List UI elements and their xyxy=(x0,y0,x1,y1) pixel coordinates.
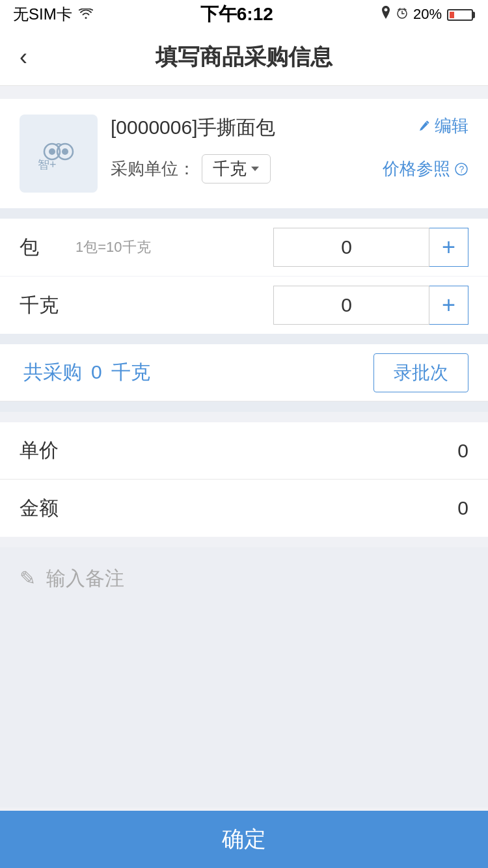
kg-quantity-input[interactable] xyxy=(273,286,429,325)
unit-label: 采购单位： xyxy=(111,157,195,180)
status-left: 无SIM卡 xyxy=(13,4,93,25)
battery-percent: 20% xyxy=(413,6,442,23)
page-header: ‹ 填写商品采购信息 xyxy=(0,29,488,86)
no-sim-text: 无SIM卡 xyxy=(13,4,72,25)
amount-label: 金额 xyxy=(20,495,59,522)
price-section: 单价 0 金额 0 xyxy=(0,422,488,537)
amount-row: 金额 0 xyxy=(0,480,488,537)
divider-1 xyxy=(0,208,488,219)
unit-price-label: 单价 xyxy=(20,437,59,464)
divider-2 xyxy=(0,334,488,344)
confirm-bar[interactable]: 确定 xyxy=(0,811,488,868)
confirm-button[interactable]: 确定 xyxy=(222,824,266,854)
product-name: [0000006]手撕面包 xyxy=(111,115,275,141)
total-row: 共采购0千克 录批次 xyxy=(0,344,488,401)
svg-text:?: ? xyxy=(459,164,465,174)
svg-text:智+: 智+ xyxy=(38,158,57,170)
svg-point-7 xyxy=(49,148,55,155)
batch-button[interactable]: 录批次 xyxy=(373,353,468,392)
unit-price-row: 单价 0 xyxy=(0,422,488,480)
kg-row: 千克 + xyxy=(0,277,488,334)
kg-plus-button[interactable]: + xyxy=(429,286,468,325)
status-time: 下午6:12 xyxy=(200,2,273,27)
bag-label: 包 xyxy=(20,234,72,261)
bag-row: 包 1包=10千克 + xyxy=(0,219,488,276)
page-title: 填写商品采购信息 xyxy=(156,42,332,72)
kg-input-section: 千克 + xyxy=(0,277,488,334)
kg-input-wrapper: + xyxy=(273,286,468,325)
bag-quantity-input[interactable] xyxy=(273,228,429,267)
wifi-icon xyxy=(79,6,93,23)
battery-icon xyxy=(447,6,475,23)
product-image: 智+ xyxy=(20,115,98,193)
remark-section[interactable]: ✎ 输入备注 xyxy=(0,547,488,807)
status-bar: 无SIM卡 下午6:12 20% xyxy=(0,0,488,29)
total-text: 共采购0千克 xyxy=(20,359,154,386)
amount-value: 0 xyxy=(457,497,468,519)
total-amount: 0 xyxy=(91,361,102,383)
location-icon xyxy=(381,6,391,23)
bag-sub-label: 1包=10千克 xyxy=(75,237,151,257)
price-ref-button[interactable]: 价格参照 ? xyxy=(383,157,468,180)
status-right: 20% xyxy=(381,6,475,23)
product-info: [0000006]手撕面包 编辑 采购单位： 千克 价格参照 ? xyxy=(111,115,468,183)
edit-button[interactable]: 编辑 xyxy=(418,115,468,137)
bag-plus-button[interactable]: + xyxy=(429,228,468,267)
kg-label: 千克 xyxy=(20,292,72,319)
divider-3 xyxy=(0,401,488,412)
unit-section: 采购单位： 千克 xyxy=(111,154,271,183)
unit-price-value: 0 xyxy=(457,440,468,462)
product-card: 智+ [0000006]手撕面包 编辑 采购单位： 千克 价格参照 xyxy=(0,99,488,208)
svg-point-8 xyxy=(62,148,68,155)
unit-select[interactable]: 千克 xyxy=(202,154,271,183)
pencil-icon: ✎ xyxy=(20,567,36,590)
alarm-icon xyxy=(396,6,408,23)
back-button[interactable]: ‹ xyxy=(20,44,27,71)
bag-input-wrapper: + xyxy=(273,228,468,267)
remark-placeholder: 输入备注 xyxy=(46,565,124,592)
product-logo: 智+ xyxy=(33,131,85,177)
bag-input-section: 包 1包=10千克 + xyxy=(0,219,488,276)
